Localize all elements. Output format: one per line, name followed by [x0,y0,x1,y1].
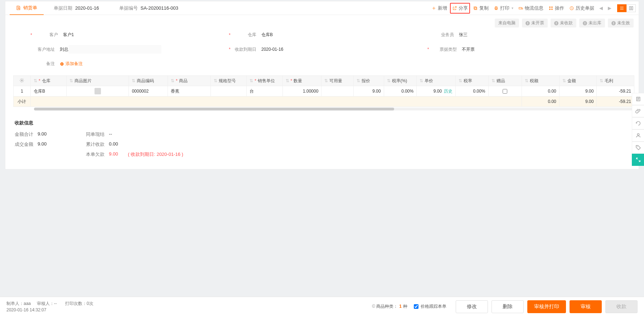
status-outstock[interactable]: 未出库 [579,19,605,28]
view-list-button[interactable] [617,4,626,12]
tag-icon [635,145,641,150]
customer-value[interactable]: 客户1 [63,32,74,38]
grid-icon [548,6,553,11]
image-placeholder-icon [95,88,101,94]
view-grid-button[interactable] [626,4,636,12]
audit-button[interactable]: 审核 [570,300,602,313]
paydue-value[interactable]: 2020-01-16 [261,47,283,52]
no-value: SA-20200116-003 [141,5,179,11]
document-icon [16,5,21,10]
copy-button[interactable]: 复制 [471,4,491,13]
header-bar: 销货单 单据日期 2020-01-16 单据编号 SA-20200116-003… [5,1,639,15]
status-pc[interactable]: 来自电脑 [495,19,519,28]
svg-rect-0 [475,7,477,9]
printer-icon [494,6,499,11]
payment-info: 收款信息 金额合计9.00 成交金额9.00 同单现结-- 累计收款0.00 本… [15,120,634,161]
logistics-button[interactable]: 物流信息 [516,4,546,13]
toolbar: 新增 分享 复制 打印 ▾ 物流信息 [429,3,639,14]
svg-rect-11 [629,6,631,10]
horizontal-scrollbar[interactable] [34,108,634,110]
dock-note-button[interactable] [632,93,644,105]
modify-button[interactable]: 修改 [456,300,488,313]
receive-button[interactable]: 收款 [605,300,638,313]
gift-checkbox[interactable] [503,89,507,94]
footer-meta: 制单人：aaa 审核人：-- 打印次数：0次 2020-01-16 14:32:… [6,300,93,313]
tab-sales-order[interactable]: 销货单 [10,1,44,15]
dock-attach-button[interactable] [632,105,644,117]
user-icon [635,133,641,138]
dock-refresh-button[interactable] [632,117,644,129]
copy-icon [473,6,478,11]
status-row: 来自电脑 未开票 未收款 未出库 未生效 [5,15,639,28]
subtotal-row: 小计 0.00 9.00 -59.21 [14,97,634,107]
svg-rect-8 [549,9,551,10]
add-button[interactable]: 新增 [429,4,449,13]
warehouse-label: 仓库 [232,32,256,38]
address-blank[interactable] [68,45,161,54]
warning-icon [554,21,558,25]
svg-rect-1 [474,6,476,9]
date-label: 单据日期 [54,5,72,11]
price-follow-checkbox[interactable]: 价格跟踪本单 [414,303,446,310]
list-icon [619,6,624,11]
share-button[interactable]: 分享 [450,3,470,14]
svg-rect-6 [549,6,551,8]
status-invoice[interactable]: 未开票 [522,19,548,28]
paydue-label: 收款到期日 [232,46,256,53]
delete-button[interactable]: 删除 [492,300,524,313]
print-button[interactable]: 打印 ▾ [492,4,515,13]
address-name: 刘总 [60,46,68,53]
prev-button[interactable]: ◀ [597,4,605,12]
svg-rect-5 [519,7,521,9]
status-receipt[interactable]: 未收款 [551,19,576,28]
invoice-type-value[interactable]: 不开票 [462,46,475,53]
dock-user-button[interactable] [632,129,644,142]
refresh-icon [635,120,641,126]
dock-expand-button[interactable] [632,154,644,166]
table-row[interactable]: 1 仓库B 0000002 香蕉 台 1.00000 9.00 0.00% 9.… [14,86,634,97]
payment-title: 收款信息 [15,120,634,126]
form: *客户客户1 *仓库仓库B 业务员张三 客户地址刘总 *收款到期日2020-01… [5,28,639,75]
paperclip-icon [635,108,641,114]
audit-print-button[interactable]: 审核并打印 [527,300,566,313]
svg-point-14 [21,80,23,81]
svg-rect-7 [551,6,553,8]
svg-rect-9 [551,9,553,10]
history-icon [569,6,574,11]
share-icon [452,6,457,11]
salesman-label: 业务员 [427,32,454,38]
salesman-value[interactable]: 张三 [459,32,468,38]
dock-tag-button[interactable] [632,142,644,154]
add-remark-button[interactable]: 添加备注 [60,61,83,67]
svg-point-16 [637,134,639,135]
note-icon [635,96,641,102]
svg-rect-3 [495,6,497,8]
status-effect[interactable]: 未生效 [608,19,634,28]
date-value: 2020-01-16 [75,5,99,11]
footer: 制单人：aaa 审核人：-- 打印次数：0次 2020-01-16 14:32:… [0,297,644,316]
ops-button[interactable]: 操作 [546,4,566,13]
items-table: ⇅*仓库 ⇅商品图片 ⇅商品编码 ⇅*商品 ⇅规格型号 ⇅*销售单位 ⇅*数量 … [13,75,634,107]
remark-label: 备注 [30,61,55,67]
warning-icon [583,21,587,25]
no-label: 单据编号 [119,5,138,11]
history-button[interactable]: 历史单据 [567,4,596,13]
svg-point-17 [637,146,638,147]
gear-icon[interactable] [19,78,24,83]
truck-icon [518,6,523,11]
warning-icon [526,21,530,25]
columns-icon [629,6,634,11]
address-label: 客户地址 [30,46,55,53]
right-dock [632,93,644,166]
expand-icon [635,157,641,163]
copyright-icon: © [372,304,375,309]
tab-title: 销货单 [23,5,37,11]
warehouse-value[interactable]: 仓库B [261,32,273,38]
view-toggle [617,4,636,12]
price-history-link[interactable]: 历史 [444,89,452,94]
kinds-info: © 商品种类：1种 [372,303,407,310]
chevron-down-icon: ▾ [512,6,513,10]
next-button[interactable]: ▶ [606,4,614,12]
plus-circle-icon [60,62,64,66]
invoice-type-label: 票据类型 [430,46,457,53]
